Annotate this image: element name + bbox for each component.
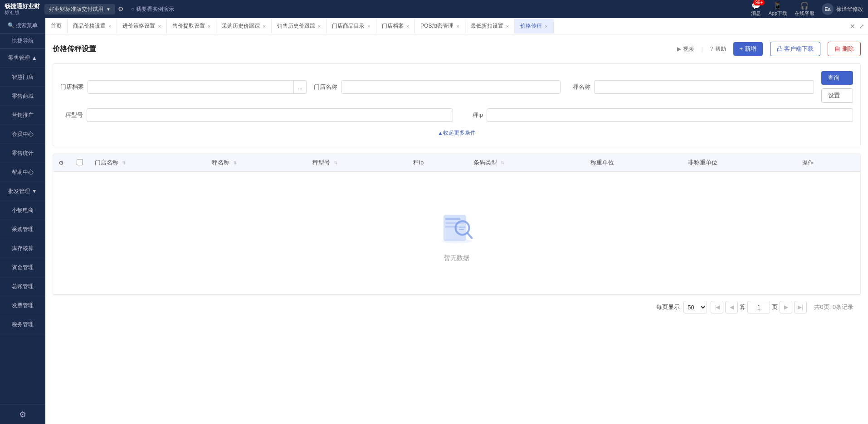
tab-close-purchase-strategy[interactable]: × — [158, 24, 161, 29]
page-nav: |◀ ◀ 算 页 ▶ ▶| — [711, 301, 807, 313]
sidebar-item-retail-mgmt[interactable]: 零售管理 ▲ — [0, 49, 45, 68]
tab-pos-mgmt[interactable]: POS加密管理 × — [415, 19, 465, 34]
sidebar-item-batch-mgmt[interactable]: 批发管理 ▼ — [0, 182, 45, 201]
message-button[interactable]: 💬 消息 99+ — [751, 1, 761, 17]
filter-scale-name: 秤名称 — [568, 80, 814, 94]
sidebar-item-retail-mall[interactable]: 零售商城 — [0, 87, 45, 106]
demo-link[interactable]: ○ 我要看实例演示 — [131, 5, 174, 13]
version-dropdown-arrow: ▼ — [106, 7, 111, 12]
page-header-right: ▶ 视频 | ? 帮助 + 新增 凸 客户端下载 自 删除 — [677, 42, 861, 56]
version-settings-icon[interactable]: ⚙ — [118, 5, 124, 13]
sidebar-item-ledger[interactable]: 总账管理 — [0, 277, 45, 296]
download-button[interactable]: 凸 客户端下载 — [770, 42, 821, 56]
help-link[interactable]: ? 帮助 — [710, 45, 726, 53]
page-header: 价格传秤设置 ▶ 视频 | ? 帮助 + 新增 凸 客户端下载 自 — [53, 42, 861, 56]
sort-scale-model-icon[interactable]: ⇅ — [334, 160, 337, 165]
page-next-button[interactable]: ▶ — [780, 301, 792, 313]
th-checkbox — [71, 154, 89, 172]
tab-store-profile[interactable]: 门店档案 × — [376, 19, 415, 34]
svg-point-6 — [458, 223, 468, 233]
tab-sale-price[interactable]: 售价提取设置 × — [167, 19, 216, 34]
tab-close-price-relay[interactable]: × — [545, 24, 547, 29]
pagination-bar: 每页显示 10 20 50 100 |◀ ◀ 算 页 ▶ ▶| — [53, 295, 861, 319]
sidebar-item-smart-store[interactable]: 智慧门店 — [0, 68, 45, 87]
scale-name-input[interactable] — [594, 80, 814, 94]
svg-rect-2 — [445, 218, 460, 220]
filter-row-2: 秤型号 秤ip — [60, 108, 853, 122]
tab-close-sale-history[interactable]: × — [318, 24, 321, 29]
tab-close-all-icon[interactable]: ✕ — [850, 23, 855, 30]
page-title: 价格传秤设置 — [53, 44, 96, 54]
add-button[interactable]: + 新增 — [733, 42, 763, 56]
store-file-input[interactable] — [88, 80, 294, 94]
th-action: 操作 — [796, 154, 860, 172]
sidebar-quick-nav[interactable]: 快捷导航 — [0, 34, 45, 49]
tab-close-purchase-history[interactable]: × — [263, 24, 265, 29]
sidebar-item-purchase[interactable]: 采购管理 — [0, 220, 45, 239]
tab-purchase-strategy[interactable]: 进价策略设置 × — [117, 19, 166, 34]
tab-price-relay[interactable]: 价格传秤 × — [515, 19, 553, 34]
settings-col-icon[interactable]: ⚙ — [59, 159, 64, 166]
tab-bar: 首页 商品价格设置 × 进价策略设置 × 售价提取设置 × 采购历史价跟踪 × — [45, 18, 868, 34]
sidebar-item-tax[interactable]: 税务管理 — [0, 315, 45, 334]
tab-sale-history[interactable]: 销售历史价跟踪 × — [272, 19, 327, 34]
app-download-icon: 📱 — [773, 1, 782, 10]
tab-store-catalog[interactable]: 门店商品目录 × — [327, 19, 376, 34]
page-first-button[interactable]: |◀ — [711, 301, 723, 313]
query-button[interactable]: 查询 — [821, 71, 853, 85]
store-file-dots-button[interactable]: ... — [294, 80, 307, 94]
tab-purchase-history[interactable]: 采购历史价跟踪 × — [216, 19, 271, 34]
tab-close-pos-mgmt[interactable]: × — [456, 24, 459, 29]
tab-min-discount[interactable]: 最低折扣设置 × — [465, 19, 515, 34]
filter-store-name: 门店名称 — [314, 80, 560, 94]
page-word: 算 — [740, 303, 746, 311]
video-link[interactable]: ▶ 视频 — [677, 45, 694, 53]
tab-close-store-profile[interactable]: × — [406, 24, 409, 29]
empty-state: 暂无数据 — [59, 176, 855, 289]
version-selector[interactable]: 好业财标准版交付试用 ▼ — [44, 4, 115, 14]
tab-close-sale-price[interactable]: × — [208, 24, 210, 29]
per-page-select[interactable]: 10 20 50 100 — [683, 301, 707, 313]
sort-scale-name-icon[interactable]: ⇅ — [233, 160, 237, 165]
tab-close-min-discount[interactable]: × — [506, 24, 509, 29]
delete-button[interactable]: 自 删除 — [828, 42, 861, 56]
user-info[interactable]: Ea 徐泽华修改 — [822, 3, 863, 15]
sidebar-item-help[interactable]: 帮助中心 — [0, 163, 45, 182]
sidebar-item-marketing[interactable]: 营销推广 — [0, 106, 45, 125]
page-last-button[interactable]: ▶| — [794, 301, 807, 313]
page-number-input[interactable] — [747, 301, 770, 313]
collapse-bar[interactable]: ▲ 收起更多条件 — [60, 127, 853, 139]
tab-close-goods-price[interactable]: × — [108, 24, 111, 29]
tab-close-store-catalog[interactable]: × — [367, 24, 370, 29]
page-total: 共0页, 0条记录 — [814, 303, 853, 311]
sidebar-item-finance[interactable]: 资金管理 — [0, 258, 45, 277]
sort-store-name-icon[interactable]: ⇅ — [122, 160, 126, 165]
per-page-label: 每页显示 — [656, 303, 680, 311]
online-service-button[interactable]: 🎧 在线客服 — [795, 1, 814, 17]
set-button[interactable]: 设置 — [821, 88, 853, 103]
store-name-input[interactable] — [341, 80, 560, 94]
tab-home[interactable]: 首页 — [45, 19, 68, 34]
th-scale-name: 秤名称 ⇅ — [206, 154, 307, 172]
app-download-button[interactable]: 📱 App下载 — [768, 1, 787, 17]
scale-model-input[interactable] — [87, 108, 453, 122]
sidebar-item-retail-stats[interactable]: 零售统计 — [0, 144, 45, 163]
scale-ip-input[interactable] — [487, 108, 853, 122]
sidebar-item-invoice[interactable]: 发票管理 — [0, 296, 45, 315]
page-prev-button[interactable]: ◀ — [725, 301, 738, 313]
sidebar-item-inventory[interactable]: 库存核算 — [0, 239, 45, 258]
empty-cell: 暂无数据 — [53, 172, 860, 294]
sidebar-settings-button[interactable]: ⚙ — [0, 405, 45, 424]
tab-maximize-icon[interactable]: ⤢ — [859, 23, 864, 30]
content-area: 首页 商品价格设置 × 进价策略设置 × 售价提取设置 × 采购历史价跟踪 × — [45, 18, 868, 424]
sidebar-item-member[interactable]: 会员中心 — [0, 125, 45, 144]
main-layout: 🔍 搜索菜单 快捷导航 零售管理 ▲ 智慧门店 零售商城 营销推广 会员中心 — [0, 18, 868, 424]
sidebar-item-ecommerce[interactable]: 小畅电商 — [0, 201, 45, 220]
tab-goods-price[interactable]: 商品价格设置 × — [68, 19, 117, 34]
sort-barcode-type-icon[interactable]: ⇅ — [501, 160, 504, 165]
page-content: 价格传秤设置 ▶ 视频 | ? 帮助 + 新增 凸 客户端下载 自 — [45, 34, 868, 424]
top-bar-left: 畅捷通好业财 标准版 — [5, 3, 40, 16]
select-all-checkbox[interactable] — [77, 159, 83, 165]
sidebar-search[interactable]: 🔍 搜索菜单 — [0, 18, 45, 34]
filter-row-1: 门店档案 ... 门店名称 秤名称 — [60, 71, 853, 103]
